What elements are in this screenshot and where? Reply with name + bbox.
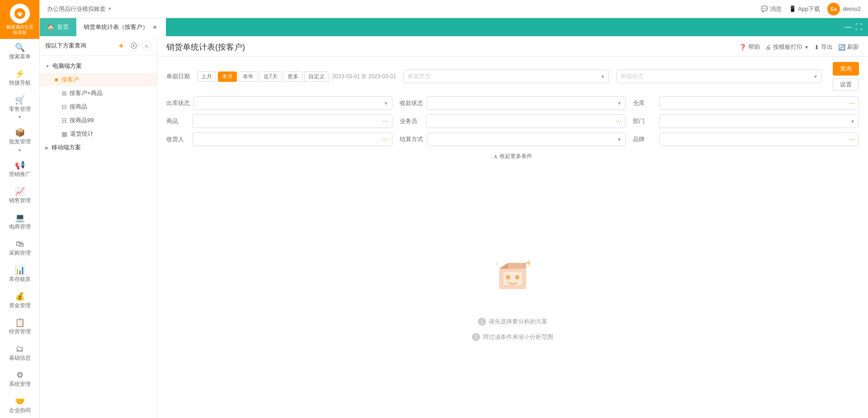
- export-label: 导出: [821, 43, 833, 51]
- order-type-label: 单据类型: [407, 72, 431, 81]
- sidebar-item-ecom[interactable]: 💻 电商管理: [0, 209, 39, 235]
- receipt-status-select[interactable]: ▼: [427, 96, 626, 110]
- tab-minimize-btn[interactable]: —: [844, 23, 852, 31]
- tabbar: 🏠 首页 销货单统计表（按客户） ✕ — ⛶: [40, 18, 868, 36]
- last7days-btn[interactable]: 近7天: [259, 71, 282, 82]
- receiver-select[interactable]: ···: [193, 133, 392, 146]
- message-btn[interactable]: 💬 消息: [761, 5, 782, 13]
- finance-icon: 💰: [15, 292, 25, 300]
- tree-group-mobile: ▶ 移动端方案: [40, 141, 157, 154]
- department-select[interactable]: ▼: [659, 114, 859, 128]
- sidebar-item-search[interactable]: 🔍 搜索菜单: [0, 39, 39, 65]
- tree-group-mobile-label: 移动端方案: [52, 143, 81, 152]
- sidebar-item-basic-label: 基础信息: [9, 354, 31, 362]
- print-arrow: ▼: [804, 45, 809, 50]
- basic-icon: 🗂: [16, 345, 24, 353]
- filter-cell-goods: 商品 ···: [166, 114, 392, 128]
- sidebar-item-inventory[interactable]: 📊 库存核算: [0, 261, 39, 288]
- sidebar-item-basic[interactable]: 🗂 基础信息: [0, 340, 39, 366]
- tree-item-by-customer[interactable]: ● 按客户: [40, 73, 157, 86]
- sidebar-item-wholesale[interactable]: 📦 批发管理 ▲: [0, 124, 39, 157]
- sidebar-item-business[interactable]: 📋 经营管理: [0, 314, 39, 340]
- collapse-panel-btn[interactable]: «: [142, 41, 151, 51]
- help-label: 帮助: [748, 43, 760, 51]
- tree-item-return-stat[interactable]: ▦ 退货统计: [40, 127, 157, 141]
- print-btn[interactable]: 🖨 按模板打印 ▼: [765, 43, 809, 51]
- collapse-label: 收起更多条件: [500, 152, 532, 160]
- sidebar-item-retail[interactable]: 🛒 零售管理 ▼: [0, 91, 39, 124]
- collapse-up-icon: ∧: [494, 153, 498, 160]
- order-status-select[interactable]: 单据状态 ▼: [616, 70, 822, 83]
- sidebar-item-marketing[interactable]: 📢 营销推广: [0, 157, 39, 183]
- sidebar-item-corp-label: 企业协同: [9, 407, 31, 414]
- tree-group-desktop-header[interactable]: ▼ 电脑端方案: [40, 59, 157, 73]
- add-scheme-btn[interactable]: +: [116, 41, 126, 51]
- out-status-select[interactable]: ▼: [193, 96, 392, 110]
- brand-select[interactable]: ···: [659, 133, 859, 146]
- tree-item-by-goods99[interactable]: ⊟ 按商品99: [40, 114, 157, 127]
- app-download-icon: 📱: [789, 5, 796, 12]
- tab-home[interactable]: 🏠 首页: [40, 18, 76, 36]
- sidebar-item-shortcuts[interactable]: ⚡ 快捷导航: [0, 65, 39, 91]
- app-name: 畅捷通好生意: [2, 24, 38, 30]
- sidebar-item-corp[interactable]: 🤝 企业协同: [0, 393, 39, 418]
- this-month-btn[interactable]: 本月: [218, 71, 237, 82]
- tabbar-actions: — ⛶: [839, 23, 868, 31]
- right-panel: 销货单统计表(按客户) ❓ 帮助 🖨 按模板打印 ▼ ⬇ 导出: [157, 36, 868, 418]
- user-avatar: Ea: [827, 3, 840, 15]
- tab-sales-stat[interactable]: 销货单统计表（按客户） ✕: [76, 18, 166, 36]
- tree-item-by-goods-label: 按商品: [70, 103, 87, 111]
- tab-maximize-btn[interactable]: ⛶: [855, 23, 863, 31]
- warehouse-select[interactable]: ···: [659, 96, 859, 110]
- custom-btn[interactable]: 自定义: [304, 71, 329, 82]
- receiver-label: 收货人: [166, 135, 189, 143]
- order-type-select[interactable]: 单据类型 ▼: [403, 70, 609, 83]
- filter-cell-receipt-status: 收款状态 ▼: [400, 96, 626, 110]
- collapse-btn[interactable]: ∧ 收起更多条件: [166, 150, 859, 163]
- help-btn[interactable]: ❓ 帮助: [739, 43, 760, 51]
- empty-tips: 1 请先选择要分析的方案 2 用过滤条件来缩小分析范围: [472, 316, 553, 343]
- order-status-arrow: ▼: [813, 74, 818, 79]
- edit-scheme-btn[interactable]: [129, 41, 139, 51]
- sidebar-item-system[interactable]: ⚙ 系统管理: [0, 366, 39, 393]
- sidebar-item-sales[interactable]: 📈 销售管理: [0, 183, 39, 209]
- data-area: 1 请先选择要分析的方案 2 用过滤条件来缩小分析范围: [157, 168, 868, 418]
- more-btn[interactable]: 更多: [283, 71, 302, 82]
- account-dropdown[interactable]: 办公用品行业模拟账套 ▼: [47, 5, 112, 13]
- sidebar-nav: 🔍 搜索菜单 ⚡ 快捷导航 🛒 零售管理 ▼ 📦 批发管理 ▲ 📢 营销推广 📈…: [0, 39, 39, 418]
- sidebar-item-purchase[interactable]: 🛍 采购管理: [0, 235, 39, 261]
- by-goods99-icon: ⊟: [61, 117, 67, 124]
- goods-select[interactable]: ···: [193, 114, 392, 128]
- tree-group-mobile-header[interactable]: ▶ 移动端方案: [40, 141, 157, 154]
- tree-item-by-customer-goods[interactable]: ⊞ 按客户+商品: [40, 86, 157, 100]
- brand-dots: ···: [849, 135, 855, 143]
- settings-btn[interactable]: 设置: [833, 78, 859, 91]
- brand-label: 品牌: [633, 135, 656, 143]
- department-label: 部门: [633, 117, 656, 125]
- logo-area[interactable]: 畅捷通好生意 标准版: [0, 0, 39, 39]
- tab-home-label: 首页: [57, 23, 69, 31]
- payment-select[interactable]: ▼: [427, 133, 626, 146]
- salesperson-select[interactable]: ···: [426, 114, 626, 128]
- tree-item-by-goods[interactable]: ⊟ 按商品: [40, 100, 157, 114]
- export-btn[interactable]: ⬇ 导出: [814, 43, 833, 51]
- refresh-btn[interactable]: 🔄 刷新: [838, 43, 859, 51]
- tree-arrow-desktop: ▼: [45, 64, 50, 69]
- payment-arrow: ▼: [617, 137, 622, 142]
- receiver-dots: ···: [382, 135, 388, 143]
- salesperson-label: 业务员: [400, 117, 422, 125]
- sidebar-item-finance[interactable]: 💰 资金管理: [0, 288, 39, 314]
- out-status-label: 出库状态: [166, 99, 190, 107]
- this-year-btn[interactable]: 本年: [239, 71, 258, 82]
- svg-point-6: [506, 275, 510, 280]
- system-icon: ⚙: [16, 371, 24, 379]
- tab-close-btn[interactable]: ✕: [151, 24, 158, 31]
- tip1-text: 请先选择要分析的方案: [489, 316, 547, 328]
- app-download-btn[interactable]: 📱 App下载: [789, 5, 820, 13]
- empty-illustration: [472, 244, 553, 307]
- last-month-btn[interactable]: 上月: [197, 71, 216, 82]
- page-actions: ❓ 帮助 🖨 按模板打印 ▼ ⬇ 导出 🔄 刷新: [739, 43, 859, 51]
- sidebar-item-system-label: 系统管理: [9, 380, 31, 388]
- query-btn[interactable]: 查询: [833, 62, 859, 76]
- user-area[interactable]: Ea demo2: [827, 3, 861, 15]
